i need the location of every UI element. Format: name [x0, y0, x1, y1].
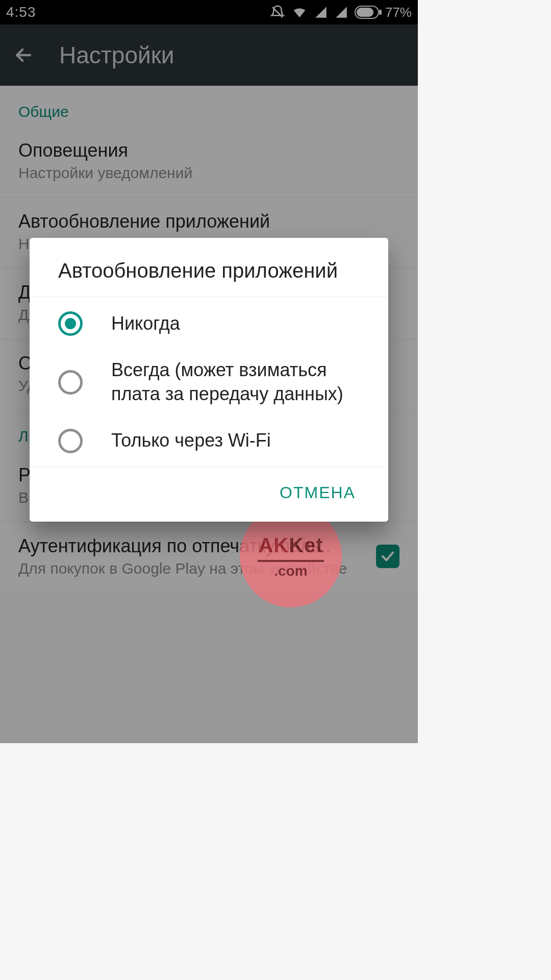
- cancel-button[interactable]: ОТМЕНА: [276, 477, 360, 508]
- option-label: Только через Wi-Fi: [111, 429, 271, 453]
- dialog-actions: ОТМЕНА: [30, 467, 388, 522]
- autoupdate-dialog: Автообновление приложений Никогда Всегда…: [30, 238, 388, 522]
- radio-unchecked-icon: [58, 370, 83, 395]
- wm-text-1b: Ket: [289, 534, 323, 556]
- dialog-options: Никогда Всегда (может взиматься плата за…: [30, 297, 388, 467]
- wm-text-1a: AK: [258, 534, 289, 556]
- dialog-title: Автообновление приложений: [30, 238, 388, 297]
- option-label: Никогда: [111, 312, 180, 336]
- radio-unchecked-icon: [58, 429, 83, 453]
- option-never[interactable]: Никогда: [30, 300, 388, 347]
- option-always[interactable]: Всегда (может взиматься плата за передач…: [30, 347, 388, 418]
- radio-checked-icon: [58, 311, 83, 336]
- option-wifi-only[interactable]: Только через Wi-Fi: [30, 418, 388, 464]
- wm-text-2: .com: [274, 563, 307, 579]
- option-label: Всегда (может взиматься плата за передач…: [111, 358, 360, 406]
